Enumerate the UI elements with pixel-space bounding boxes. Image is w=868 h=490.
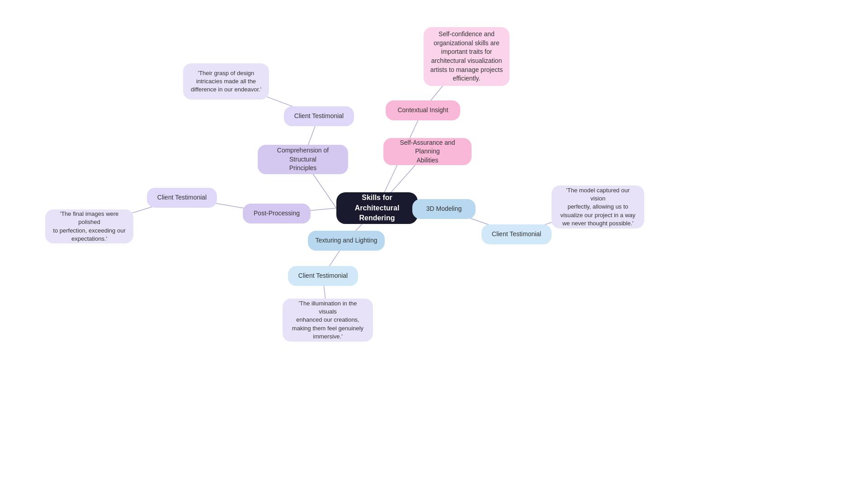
client-testimonial-top-node[interactable]: Client Testimonial [284,106,354,126]
client-testimonial-bottom-node[interactable]: Client Testimonial [288,266,358,286]
comprehension-label: Comprehension of Structural Principles [264,146,342,173]
contextual-insight-label: Contextual Insight [397,106,448,115]
texturing-lighting-label: Texturing and Lighting [316,236,377,245]
illumination-quote-node[interactable]: 'The illumination in the visuals enhance… [283,299,373,342]
client-testimonial-top-label: Client Testimonial [294,112,344,121]
modeling-3d-label: 3D Modeling [426,205,462,214]
client-testimonial-left-label: Client Testimonial [157,193,207,202]
model-quote-node[interactable]: 'The model captured our vision perfectly… [552,186,644,228]
illumination-quote-label: 'The illumination in the visuals enhance… [289,300,367,341]
contextual-insight-node[interactable]: Contextual Insight [386,100,460,120]
modeling-3d-node[interactable]: 3D Modeling [412,199,476,219]
self-confidence-quote-label: Self-confidence and organizational skill… [430,30,503,83]
client-testimonial-left-node[interactable]: Client Testimonial [147,188,217,208]
self-confidence-quote-node[interactable]: Self-confidence and organizational skill… [424,27,509,86]
client-testimonial-right-node[interactable]: Client Testimonial [481,224,552,244]
comprehension-node[interactable]: Comprehension of Structural Principles [258,145,348,174]
grasp-quote-node[interactable]: 'Their grasp of design intricacies made … [183,63,269,100]
post-processing-node[interactable]: Post-Processing [243,204,311,224]
post-processing-label: Post-Processing [254,209,300,218]
texturing-lighting-node[interactable]: Texturing and Lighting [308,231,385,251]
client-testimonial-bottom-label: Client Testimonial [298,271,348,281]
client-testimonial-right-label: Client Testimonial [492,230,541,239]
self-assurance-node[interactable]: Self-Assurance and Planning Abilities [383,138,472,165]
self-assurance-label: Self-Assurance and Planning Abilities [390,138,465,165]
polished-quote-node[interactable]: 'The final images were polished to perfe… [45,209,133,243]
grasp-quote-label: 'Their grasp of design intricacies made … [191,69,261,94]
model-quote-label: 'The model captured our vision perfectly… [558,186,638,228]
polished-quote-label: 'The final images were polished to perfe… [52,210,127,243]
